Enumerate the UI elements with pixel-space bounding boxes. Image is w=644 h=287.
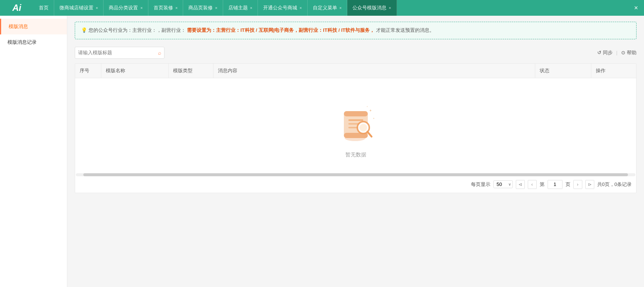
divider: |: [616, 50, 617, 55]
page-size-wrap[interactable]: 50 20 100: [493, 180, 513, 188]
notice-box: 💡 您的公众号行业为：主营行业：，副营行业： 需要设置为：主营行业：IT科技 /…: [75, 22, 637, 39]
nav-tab-6[interactable]: 开通公众号商城×: [258, 0, 307, 16]
svg-rect-2: [344, 111, 368, 116]
nav-tab-7[interactable]: 自定义菜单×: [308, 0, 347, 16]
sync-button[interactable]: ↺ 同步: [597, 49, 613, 56]
nav-tab-close-2[interactable]: ×: [140, 6, 142, 10]
sidebar: 模版消息模版消息记录: [0, 16, 67, 287]
nav-tab-label-5: 店铺主题: [228, 4, 248, 11]
notice-highlight: 需要设置为：主营行业：IT科技 / 互联网|电子商务，副营行业：IT科技 / I…: [187, 27, 375, 33]
nav-tab-1[interactable]: 微商城店铺设置×: [54, 0, 104, 16]
help-icon: ⊙: [621, 50, 625, 55]
sync-icon: ↺: [597, 50, 601, 55]
nav-tab-0[interactable]: 首页: [34, 0, 54, 16]
nav-tab-label-4: 商品页装修: [188, 4, 213, 11]
empty-illustration: ✦ ✦ ✦: [333, 101, 378, 146]
col-status: 状态: [535, 64, 591, 78]
nav-tab-label-7: 自定义菜单: [313, 4, 337, 11]
nav-tab-close-3[interactable]: ×: [175, 6, 178, 10]
col-name: 模版名称: [101, 64, 169, 78]
empty-state: ✦ ✦ ✦ 暂无数据: [75, 78, 636, 173]
search-input-wrap[interactable]: ⌕: [75, 47, 164, 59]
nav-tab-label-6: 开通公众号商城: [263, 4, 297, 11]
total-info: 共0页，0条记录: [597, 181, 632, 188]
svg-text:✦: ✦: [366, 106, 368, 108]
nav-tab-3[interactable]: 首页装修×: [148, 0, 183, 16]
nav-tab-label-1: 微商城店铺设置: [59, 4, 93, 11]
nav-tab-8[interactable]: 公众号模版消息×: [347, 0, 397, 16]
table-wrap: 序号 模版名称 模版类型 消息内容 状态 操作: [75, 63, 637, 193]
scroll-track[interactable]: [76, 173, 635, 176]
svg-text:✦: ✦: [369, 109, 372, 113]
page-label-prefix: 第: [540, 181, 545, 188]
scroll-thumb: [83, 173, 628, 176]
col-type: 模版类型: [169, 64, 213, 78]
empty-text: 暂无数据: [345, 152, 366, 158]
col-action: 操作: [591, 64, 636, 78]
nav-tab-close-4[interactable]: ×: [215, 6, 217, 10]
nav-tab-close-5[interactable]: ×: [250, 6, 252, 10]
nav-tab-5[interactable]: 店铺主题×: [223, 0, 258, 16]
global-close-button[interactable]: ×: [628, 0, 644, 16]
sidebar-item-0[interactable]: 模版消息: [0, 19, 67, 34]
nav-tab-close-7[interactable]: ×: [339, 6, 342, 10]
pagination: 每页显示 50 20 100 ⊲ ‹ 第 页 › ⊳ 共0页，0条记录: [75, 176, 636, 193]
svg-rect-4: [348, 119, 363, 121]
search-icon[interactable]: ⌕: [158, 50, 161, 56]
nav-tab-2[interactable]: 商品分类设置×: [104, 0, 148, 16]
help-label: 帮助: [627, 49, 637, 56]
first-page-button[interactable]: ⊲: [516, 180, 525, 189]
nav-tab-close-1[interactable]: ×: [96, 6, 98, 10]
content-area: 💡 您的公众号行业为：主营行业：，副营行业： 需要设置为：主营行业：IT科技 /…: [67, 16, 644, 287]
nav-tab-label-8: 公众号模版消息: [352, 4, 386, 11]
next-page-button[interactable]: ›: [573, 180, 582, 189]
nav-tabs: 首页微商城店铺设置×商品分类设置×首页装修×商品页装修×店铺主题×开通公众号商城…: [34, 0, 628, 16]
notice-suffix: 才能正常发送预置的消息。: [376, 27, 434, 33]
help-button[interactable]: ⊙ 帮助: [621, 49, 637, 56]
sidebar-item-1[interactable]: 模版消息记录: [0, 34, 67, 50]
table-header: 序号 模版名称 模版类型 消息内容 状态 操作: [75, 64, 636, 78]
svg-line-9: [367, 132, 372, 137]
nav-tab-close-8[interactable]: ×: [389, 6, 391, 10]
nav-tab-label-3: 首页装修: [154, 4, 173, 11]
sync-label: 同步: [603, 49, 613, 56]
nav-tab-4[interactable]: 商品页装修×: [183, 0, 223, 16]
nav-tab-label-0: 首页: [39, 4, 49, 11]
svg-text:✦: ✦: [373, 117, 375, 120]
col-content: 消息内容: [213, 64, 535, 78]
notice-icon: 💡: [81, 27, 87, 33]
main-layout: 模版消息模版消息记录 💡 您的公众号行业为：主营行业：，副营行业： 需要设置为：…: [0, 16, 644, 287]
search-input[interactable]: [78, 50, 158, 55]
search-bar: ⌕ ↺ 同步 | ⊙ 帮助: [75, 47, 637, 59]
prev-page-button[interactable]: ‹: [528, 180, 537, 189]
search-actions: ↺ 同步 | ⊙ 帮助: [597, 49, 637, 56]
page-size-label: 每页显示: [471, 181, 490, 188]
top-nav: Ai 首页微商城店铺设置×商品分类设置×首页装修×商品页装修×店铺主题×开通公众…: [0, 0, 644, 16]
svg-point-8: [360, 124, 367, 131]
notice-prefix: 您的公众号行业为：主营行业：，副营行业：: [89, 27, 186, 33]
page-label-suffix: 页: [566, 181, 570, 188]
nav-tab-label-2: 商品分类设置: [109, 4, 138, 11]
nav-tab-close-6[interactable]: ×: [299, 6, 302, 10]
page-input[interactable]: [548, 180, 563, 189]
last-page-button[interactable]: ⊳: [585, 180, 594, 189]
page-size-select[interactable]: 50 20 100: [493, 180, 513, 188]
col-index: 序号: [75, 64, 101, 78]
logo: Ai: [0, 0, 34, 16]
